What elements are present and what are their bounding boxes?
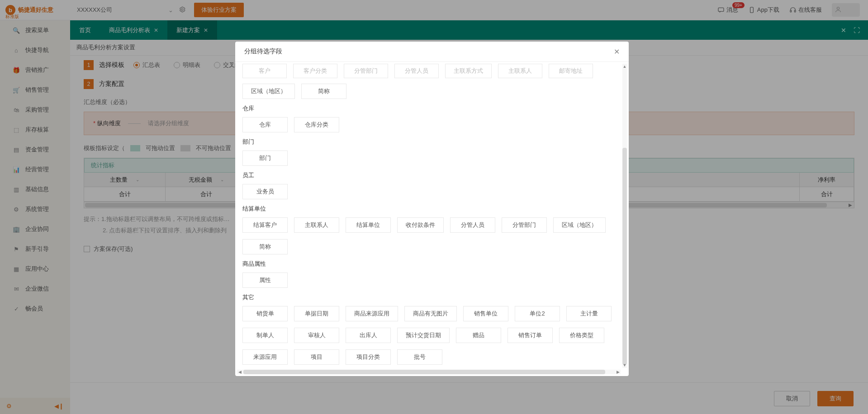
field-chip[interactable]: 主计量 [566, 306, 612, 321]
field-chip[interactable]: 出库人 [346, 328, 391, 343]
field-chip[interactable]: 分管部门 [502, 217, 547, 233]
field-chip[interactable]: 仓库 [242, 117, 288, 132]
field-chip[interactable]: 价格类型 [559, 328, 604, 343]
scroll-thumb[interactable] [622, 148, 627, 365]
chip-row: 结算客户主联系人结算单位收付款条件分管人员分管部门区域（地区）简称 [242, 217, 621, 254]
field-chip[interactable]: 项目 [294, 349, 339, 365]
field-chip[interactable]: 单位2 [515, 306, 560, 321]
field-chip[interactable]: 简称 [242, 239, 288, 254]
chip-row: 仓库仓库分类 [242, 117, 621, 132]
field-chip[interactable]: 业务员 [242, 184, 288, 199]
chip-row: 业务员 [242, 184, 621, 199]
modal-title: 分组待选字段 [244, 47, 282, 56]
field-chip[interactable]: 审核人 [294, 328, 339, 343]
field-chip[interactable]: 分管人员 [450, 217, 495, 233]
field-chip[interactable]: 销货单 [242, 306, 288, 321]
group-title: 员工 [242, 171, 621, 179]
field-chip[interactable]: 单据日期 [294, 306, 339, 321]
close-icon[interactable]: ✕ [614, 47, 620, 56]
modal-header: 分组待选字段 ✕ [235, 42, 629, 62]
group-field-modal: 分组待选字段 ✕ 客户 客户分类 分管部门 分管人员 主联系方式 主联系人 邮寄… [235, 42, 629, 376]
field-chip[interactable]: 区域（地区） [242, 84, 295, 99]
field-chip[interactable]: 销售单位 [463, 306, 508, 321]
field-chip[interactable]: 主联系人 [498, 64, 542, 78]
modal-horizontal-scrollbar[interactable]: ◀ ▶ [237, 370, 621, 374]
group-title: 其它 [242, 293, 621, 301]
scroll-up-icon[interactable]: ▲ [622, 64, 627, 69]
scroll-down-icon[interactable]: ▼ [622, 362, 627, 368]
chip-row: 销货单单据日期商品来源应用商品有无图片销售单位单位2主计量制单人审核人出库人预计… [242, 306, 621, 365]
chip-row-truncated: 客户 客户分类 分管部门 分管人员 主联系方式 主联系人 邮寄地址 [242, 64, 621, 78]
field-chip[interactable]: 销售订单 [508, 328, 553, 343]
modal-body: 客户 客户分类 分管部门 分管人员 主联系方式 主联系人 邮寄地址 区域（地区）… [235, 62, 629, 376]
field-chip[interactable]: 区域（地区） [553, 217, 606, 233]
field-chip[interactable]: 项目分类 [346, 349, 391, 365]
scroll-left-icon[interactable]: ◀ [237, 370, 242, 374]
field-chip[interactable]: 商品来源应用 [346, 306, 398, 321]
field-chip[interactable]: 分管部门 [344, 64, 388, 78]
field-chip[interactable]: 批号 [397, 349, 442, 365]
field-chip[interactable]: 客户分类 [293, 64, 337, 78]
field-chip[interactable]: 赠品 [456, 328, 501, 343]
field-chip[interactable]: 邮寄地址 [549, 64, 593, 78]
group-title: 商品属性 [242, 260, 621, 268]
chip-row: 属性 [242, 273, 621, 288]
field-chip[interactable]: 简称 [301, 84, 346, 99]
field-chip[interactable]: 来源应用 [242, 349, 288, 365]
chip-row: 区域（地区） 简称 [242, 84, 621, 99]
field-chip[interactable]: 预计交货日期 [397, 328, 450, 343]
field-chip[interactable]: 客户 [242, 64, 287, 78]
group-title: 结算单位 [242, 205, 621, 213]
field-chip[interactable]: 分管人员 [394, 64, 439, 78]
scroll-right-icon[interactable]: ▶ [615, 370, 621, 374]
group-title: 部门 [242, 138, 621, 146]
group-title: 仓库 [242, 104, 621, 113]
field-chip[interactable]: 部门 [242, 151, 288, 166]
modal-scroll-content: 客户 客户分类 分管部门 分管人员 主联系方式 主联系人 邮寄地址 区域（地区）… [242, 64, 621, 368]
field-chip[interactable]: 主联系方式 [445, 64, 492, 78]
field-chip[interactable]: 仓库分类 [294, 117, 339, 132]
field-chip[interactable]: 制单人 [242, 328, 288, 343]
field-chip[interactable]: 结算客户 [242, 217, 288, 233]
chip-row: 部门 [242, 151, 621, 166]
field-chip[interactable]: 商品有无图片 [404, 306, 457, 321]
field-chip[interactable]: 收付款条件 [397, 217, 444, 233]
field-chip[interactable]: 结算单位 [346, 217, 391, 233]
field-chip[interactable]: 属性 [242, 273, 288, 288]
scroll-thumb[interactable] [243, 370, 605, 374]
modal-vertical-scrollbar[interactable]: ▲ ▼ [622, 64, 627, 368]
field-chip[interactable]: 主联系人 [294, 217, 339, 233]
